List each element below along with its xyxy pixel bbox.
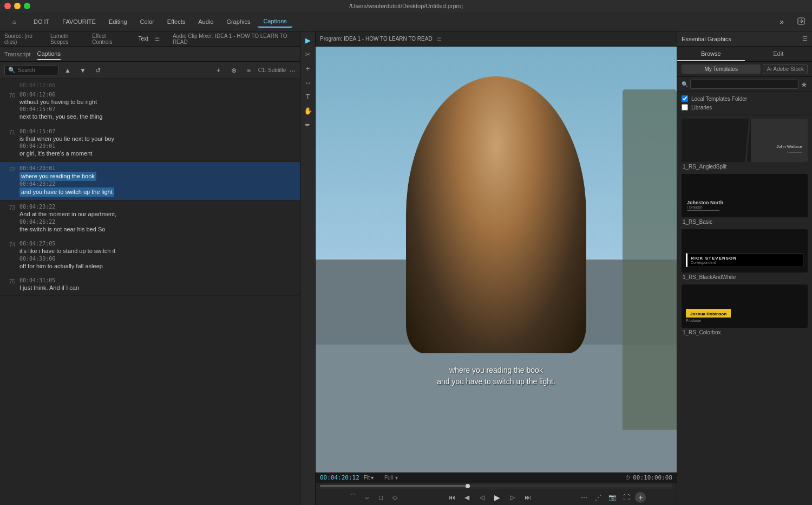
home-button[interactable]: ⌂ <box>6 14 22 29</box>
local-templates-label: Local Templates Folder <box>691 96 747 102</box>
template-blackandwhite[interactable]: RICK STEVENSON Correspondent 1_RS_BlackA… <box>682 229 808 280</box>
main-layout: Source: (no clips) Lumetri Scopes Effect… <box>0 31 812 505</box>
nav-editing[interactable]: Editing <box>103 16 133 27</box>
full-dropdown-icon[interactable]: ▾ <box>395 475 398 481</box>
refresh-button[interactable]: ↺ <box>92 64 104 76</box>
captions-search-input[interactable] <box>18 67 56 73</box>
effect-controls-tab[interactable]: Effect Controls <box>92 33 125 45</box>
template-colorbox[interactable]: Joshua Robinson Producer 1_RS_Colorbox <box>682 284 808 335</box>
libraries-option: Libraries <box>682 104 808 111</box>
favorites-star-icon[interactable]: ★ <box>801 80 808 89</box>
minimize-button[interactable] <box>14 3 21 9</box>
playback-controls: ⌒ ⌣ □ ◇ ⏮ ◀ ◁ ▶ ▷ ⏭ ⋯ ⋰ <box>316 490 677 506</box>
audio-clip-mixer-label: Audio Clip Mixer: IDEA 1 - HOW TO LEARN … <box>173 33 296 45</box>
nav-effects[interactable]: Effects <box>162 16 191 27</box>
add-caption-button[interactable]: + <box>213 64 225 76</box>
video-caption-overlay: where you reading the book and you have … <box>437 365 555 387</box>
nav-favourite[interactable]: FAVOURITE <box>57 16 101 27</box>
libraries-label: Libraries <box>691 105 712 111</box>
essential-graphics-header: Essential Graphics ☰ <box>677 31 812 47</box>
fullscreen-button[interactable] <box>24 3 30 9</box>
caption-item-73[interactable]: 73 00:04:23:22 And at the moment in our … <box>0 200 300 237</box>
caption-options-button[interactable]: ⊕ <box>228 64 240 76</box>
fit-dropdown[interactable]: Fit ▾ <box>364 475 374 481</box>
essential-graphics-panel: Essential Graphics ☰ Browse Edit My Temp… <box>677 31 812 505</box>
hand-tool-button[interactable]: ✋ <box>302 104 315 117</box>
step-forward-button[interactable]: ▷ <box>506 491 519 504</box>
full-screen-button[interactable]: ⛶ <box>620 491 633 504</box>
go-to-out-button[interactable]: ⏭ <box>521 491 534 504</box>
caption-line-1: where you reading the book <box>437 365 555 376</box>
export-frame-button[interactable]: 📷 <box>606 491 619 504</box>
close-button[interactable] <box>4 3 11 9</box>
razor-tool-button[interactable]: ✂ <box>302 48 315 61</box>
caption-item-75[interactable]: 75 00:04:31:05 I just think. And if I ca… <box>0 274 300 296</box>
browse-tab[interactable]: Browse <box>677 47 745 61</box>
caption-item-72[interactable]: 72 00:04:20:01 where you reading the boo… <box>0 162 300 201</box>
nav-color[interactable]: Color <box>135 16 160 27</box>
clock-icon: ⏱ <box>625 475 631 481</box>
play-reverse-button[interactable]: ◁ <box>476 491 489 504</box>
zoom-in-button[interactable]: + <box>302 62 315 75</box>
transcript-tab[interactable]: Transcript <box>4 49 31 60</box>
extract-button[interactable]: ◇ <box>389 491 402 504</box>
extract2-button[interactable]: ⋰ <box>592 491 605 504</box>
track-width-button[interactable]: ↔ <box>302 76 315 89</box>
text-label: Text <box>139 36 148 42</box>
essential-graphics-menu-icon[interactable]: ☰ <box>802 35 808 42</box>
libraries-checkbox[interactable] <box>682 104 688 111</box>
nav-captions[interactable]: Captions <box>258 16 292 28</box>
adobe-stock-icon: Ai <box>767 66 771 72</box>
template-bw-label: 1_RS_BlackAndWhite <box>682 274 808 280</box>
scrubber-thumb[interactable] <box>466 484 470 488</box>
pen-tool-button[interactable]: ✒ <box>302 118 315 131</box>
current-timecode[interactable]: 00:04:20:12 <box>320 474 359 481</box>
template-search-row: 🔍 ★ <box>677 77 812 92</box>
edit-tab[interactable]: Edit <box>745 47 813 61</box>
text-label-icon: ☰ <box>155 36 160 42</box>
nav-do-it[interactable]: DO IT <box>28 16 55 27</box>
select-tool-button[interactable]: ▶ <box>302 34 315 47</box>
lift-button[interactable]: ⋯ <box>578 491 591 504</box>
lumetri-scopes-tab[interactable]: Lumetri Scopes <box>50 33 86 45</box>
adobe-stock-button[interactable]: Ai Adobe Stock <box>763 64 808 74</box>
caption-item-71[interactable]: 71 00:04:15:07 is that when you lie next… <box>0 125 300 162</box>
captions-search-box[interactable]: 🔍 <box>4 65 58 75</box>
template-angled-split-label: 1_RS_AngledSplit <box>682 164 808 170</box>
program-monitor-menu-icon[interactable]: ☰ <box>437 36 442 42</box>
template-colorbox-label: 1_RS_Colorbox <box>682 329 808 335</box>
extra-controls: ⋯ ⋰ 📷 ⛶ <box>578 491 633 504</box>
local-templates-checkbox[interactable] <box>682 95 688 102</box>
timeline-scrubber[interactable] <box>320 483 672 489</box>
local-templates-option: Local Templates Folder <box>682 95 808 102</box>
template-basic[interactable]: Johnston North / Director 1_RS_Basic <box>682 174 808 225</box>
add-control-button[interactable]: + <box>635 492 646 503</box>
go-to-in-button[interactable]: ⏮ <box>446 491 459 504</box>
nav-export-button[interactable] <box>797 17 806 27</box>
captions-tab[interactable]: Captions <box>37 48 61 60</box>
template-angled-split[interactable]: John Wallace/ ───── 1_RS_AngledSplit <box>682 119 808 170</box>
search-next-button[interactable]: ▼ <box>77 64 89 76</box>
my-templates-button[interactable]: My Templates <box>682 64 761 74</box>
search-prev-button[interactable]: ▲ <box>62 64 74 76</box>
captions-more-button[interactable]: ··· <box>289 66 296 75</box>
mark-out-button[interactable]: ⌣ <box>361 491 374 504</box>
caption-settings-button[interactable]: ≡ <box>243 64 255 76</box>
mark-in-button[interactable]: ⌒ <box>346 491 359 504</box>
caption-item-70[interactable]: 70 00:04:12:06 without you having to be … <box>0 88 300 125</box>
captions-panel: 🔍 ▲ ▼ ↺ + ⊕ ≡ C1: Subtitle ··· 00:04:12:… <box>0 62 300 505</box>
template-search-icon: 🔍 <box>682 81 688 87</box>
template-search-input[interactable] <box>690 80 798 89</box>
nav-audio[interactable]: Audio <box>193 16 219 27</box>
insert-button[interactable]: □ <box>375 491 388 504</box>
template-basic-label: 1_RS_Basic <box>682 219 808 225</box>
play-button[interactable]: ▶ <box>491 491 504 504</box>
caption-type: C1: Subtitle <box>258 67 286 73</box>
nav-more-button[interactable]: » <box>780 17 784 26</box>
template-basic-name-text: Johnston North <box>687 200 802 205</box>
caption-item-74[interactable]: 74 00:04:27:05 it's like i have to stand… <box>0 237 300 274</box>
step-back-button[interactable]: ◀ <box>461 491 474 504</box>
video-tree <box>623 89 677 430</box>
text-tool-button[interactable]: T <box>302 90 315 103</box>
nav-graphics[interactable]: Graphics <box>221 16 256 27</box>
